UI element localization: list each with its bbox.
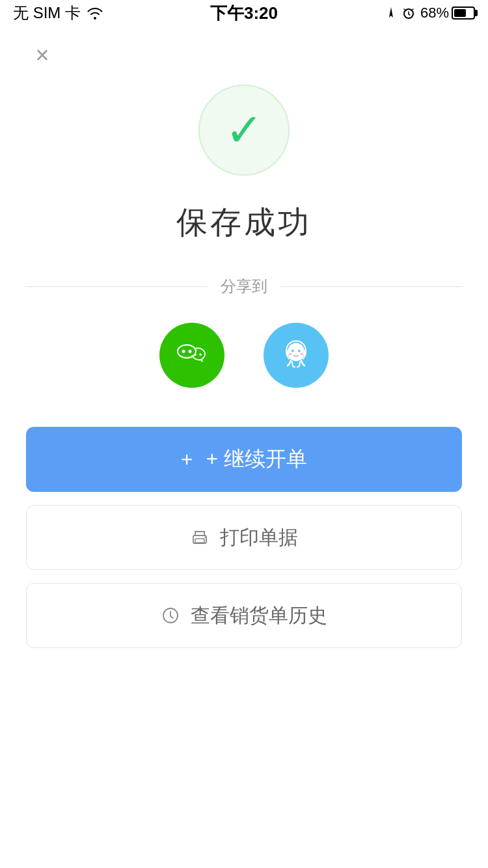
- print-label: 打印单据: [220, 524, 298, 551]
- qq-icon: [277, 336, 316, 375]
- location-icon: [385, 7, 397, 20]
- wechat-share-button[interactable]: [159, 323, 224, 388]
- history-button[interactable]: 查看销货单历史: [26, 583, 462, 648]
- battery-percent: 68%: [420, 5, 449, 21]
- wifi-icon: [86, 7, 104, 20]
- buttons-section: + + 继续开单 打印单据 查看销货单历史: [26, 427, 462, 648]
- plus-icon: +: [181, 448, 193, 472]
- battery-indicator: 68%: [420, 5, 475, 21]
- printer-icon: [190, 528, 210, 547]
- svg-point-2: [182, 350, 185, 353]
- svg-point-10: [299, 349, 301, 351]
- svg-point-17: [204, 537, 206, 538]
- svg-point-5: [199, 353, 202, 356]
- svg-point-3: [189, 350, 192, 353]
- continue-button[interactable]: + + 继续开单: [26, 427, 462, 492]
- battery-fill: [454, 9, 466, 17]
- status-bar: 无 SIM 卡 下午3:20 68%: [0, 0, 488, 26]
- continue-label: + 继续开单: [206, 445, 308, 474]
- status-left: 无 SIM 卡: [13, 3, 104, 23]
- history-label: 查看销货单历史: [191, 603, 327, 629]
- svg-rect-16: [195, 539, 204, 543]
- carrier-text: 无 SIM 卡: [13, 3, 81, 23]
- success-icon-circle: ✓: [198, 85, 290, 176]
- divider-left: [26, 286, 208, 287]
- svg-point-6: [288, 343, 305, 361]
- qq-share-button[interactable]: [264, 323, 329, 388]
- status-right: 68%: [385, 5, 475, 21]
- svg-point-7: [291, 349, 294, 352]
- share-label: 分享到: [221, 276, 267, 297]
- print-button[interactable]: 打印单据: [26, 505, 462, 570]
- wechat-icon: [172, 336, 211, 375]
- svg-point-4: [194, 353, 197, 356]
- status-time: 下午3:20: [210, 2, 278, 25]
- battery-shape: [452, 7, 475, 20]
- svg-point-1: [178, 345, 196, 358]
- checkmark-icon: ✓: [225, 107, 264, 153]
- share-divider-row: 分享到: [26, 276, 462, 297]
- share-section: 分享到: [26, 276, 462, 388]
- close-icon: ×: [35, 44, 49, 67]
- svg-point-8: [298, 349, 301, 352]
- svg-point-14: [303, 350, 306, 355]
- svg-point-13: [286, 350, 290, 355]
- divider-right: [280, 286, 462, 287]
- share-icons-row: [159, 323, 329, 388]
- close-button[interactable]: ×: [26, 39, 59, 72]
- alarm-icon: [402, 7, 415, 20]
- svg-point-9: [293, 349, 294, 351]
- history-icon: [161, 606, 180, 625]
- success-title: 保存成功: [176, 202, 312, 243]
- main-content: × ✓ 保存成功 分享到: [0, 26, 488, 674]
